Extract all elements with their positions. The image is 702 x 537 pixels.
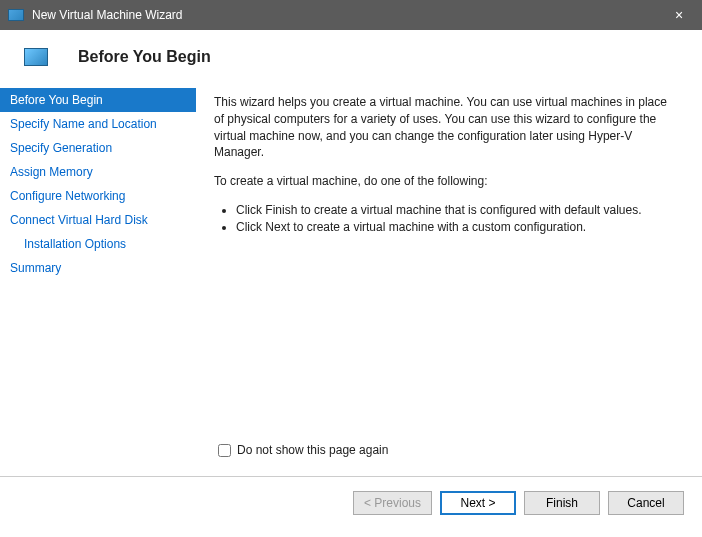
sidebar-item-installation-options[interactable]: Installation Options — [0, 232, 196, 256]
list-item: Click Next to create a virtual machine w… — [236, 219, 680, 236]
sidebar-item-assign-memory[interactable]: Assign Memory — [0, 160, 196, 184]
sidebar-item-label: Connect Virtual Hard Disk — [10, 213, 148, 227]
titlebar: New Virtual Machine Wizard × — [0, 0, 702, 30]
previous-button: < Previous — [353, 491, 432, 515]
wizard-steps-sidebar: Before You Begin Specify Name and Locati… — [0, 80, 196, 472]
wizard-content: This wizard helps you create a virtual m… — [196, 80, 702, 472]
vm-wizard-icon — [8, 9, 24, 21]
sidebar-item-before-you-begin[interactable]: Before You Begin — [0, 88, 196, 112]
close-icon[interactable]: × — [664, 7, 694, 23]
lead-paragraph: To create a virtual machine, do one of t… — [214, 173, 680, 190]
wizard-header: Before You Begin — [0, 30, 702, 80]
sidebar-item-label: Specify Generation — [10, 141, 112, 155]
do-not-show-row: Do not show this page again — [214, 441, 388, 460]
sidebar-item-label: Specify Name and Location — [10, 117, 157, 131]
finish-button[interactable]: Finish — [524, 491, 600, 515]
sidebar-item-connect-virtual-hard-disk[interactable]: Connect Virtual Hard Disk — [0, 208, 196, 232]
sidebar-item-summary[interactable]: Summary — [0, 256, 196, 280]
do-not-show-checkbox[interactable] — [218, 444, 231, 457]
page-title: Before You Begin — [78, 48, 211, 66]
window-title: New Virtual Machine Wizard — [32, 8, 664, 22]
instructions-list: Click Finish to create a virtual machine… — [214, 202, 680, 236]
sidebar-item-label: Installation Options — [24, 237, 126, 251]
intro-paragraph: This wizard helps you create a virtual m… — [214, 94, 680, 161]
sidebar-item-label: Summary — [10, 261, 61, 275]
next-button[interactable]: Next > — [440, 491, 516, 515]
cancel-button[interactable]: Cancel — [608, 491, 684, 515]
sidebar-item-specify-generation[interactable]: Specify Generation — [0, 136, 196, 160]
sidebar-item-label: Before You Begin — [10, 93, 103, 107]
sidebar-item-configure-networking[interactable]: Configure Networking — [0, 184, 196, 208]
do-not-show-label: Do not show this page again — [237, 442, 388, 459]
sidebar-item-specify-name-location[interactable]: Specify Name and Location — [0, 112, 196, 136]
wizard-footer: < Previous Next > Finish Cancel — [0, 476, 702, 529]
wizard-body: Before You Begin Specify Name and Locati… — [0, 80, 702, 472]
sidebar-item-label: Assign Memory — [10, 165, 93, 179]
sidebar-item-label: Configure Networking — [10, 189, 125, 203]
header-vm-icon — [24, 48, 48, 66]
list-item: Click Finish to create a virtual machine… — [236, 202, 680, 219]
